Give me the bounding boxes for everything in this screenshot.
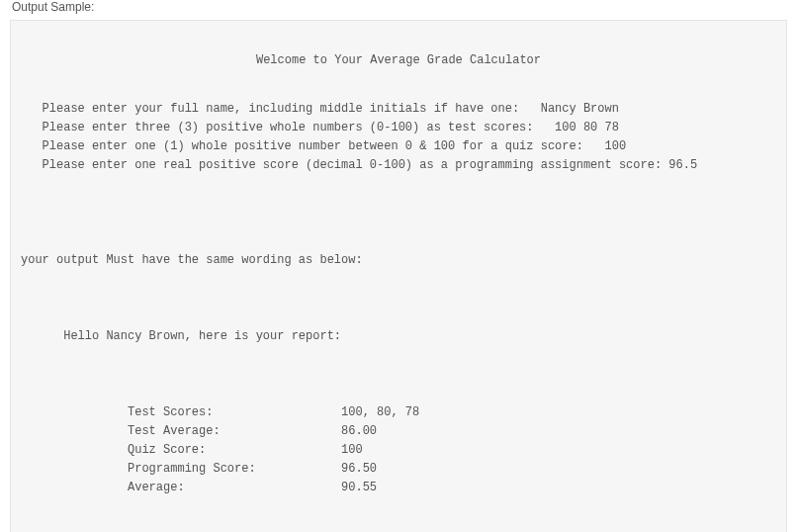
sample-prompt-line: Please enter one (1) whole positive numb… xyxy=(21,137,776,156)
sample-prompt-line: Please enter three (3) positive whole nu… xyxy=(21,119,776,137)
report-row: Test Average: 86.00 xyxy=(21,422,776,441)
sample-blank xyxy=(21,214,776,232)
report-rows: Test Scores: 100, 80, 78 Test Average: 8… xyxy=(21,403,776,498)
sample-prompt-line: Please enter your full name, including m… xyxy=(21,100,776,119)
report-row: Programming Score: 96.50 xyxy=(21,460,776,479)
report-row: Test Scores: 100, 80, 78 xyxy=(21,403,776,422)
requirement-line: your output Must have the same wording a… xyxy=(21,251,776,270)
sample-output-box: Welcome to Your Average Grade Calculator… xyxy=(10,20,787,532)
sample-blank2 xyxy=(21,289,776,308)
output-sample-label: Output Sample: xyxy=(12,0,787,14)
sample-title: Welcome to Your Average Grade Calculator xyxy=(21,51,776,70)
report-row: Quiz Score: 100 xyxy=(21,441,776,460)
sample-prompt-line: Please enter one real positive score (de… xyxy=(21,156,776,175)
sample-blank3 xyxy=(21,365,776,384)
report-row: Average: 90.55 xyxy=(21,479,776,497)
greeting-line: Hello Nancy Brown, here is your report: xyxy=(21,327,776,346)
sample-prompts: Please enter your full name, including m… xyxy=(21,100,776,176)
